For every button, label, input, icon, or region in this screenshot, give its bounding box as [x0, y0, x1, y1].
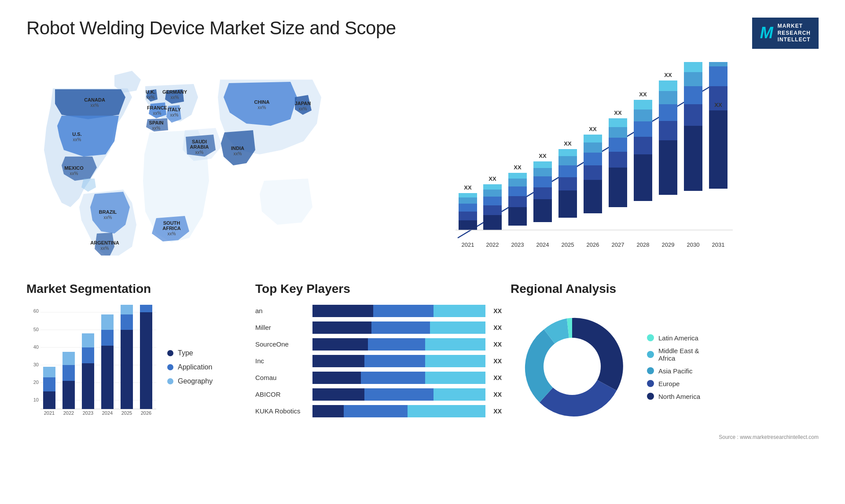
latin-america-color	[647, 334, 654, 341]
svg-rect-71	[609, 152, 627, 168]
svg-rect-82	[659, 140, 677, 195]
legend-application: Application	[167, 363, 213, 371]
svg-text:xx%: xx%	[153, 111, 162, 116]
north-america-label: North America	[658, 393, 700, 400]
player-row-abicor: ABICOR XX	[255, 388, 502, 401]
player-bar-kuka	[312, 405, 485, 417]
player-bar-miller	[312, 321, 485, 334]
bar-seg-dark	[312, 355, 364, 367]
svg-rect-96	[709, 66, 727, 86]
svg-rect-135	[101, 330, 114, 346]
svg-rect-61	[558, 156, 577, 165]
bar-seg-dark	[312, 405, 344, 417]
svg-text:XX: XX	[464, 184, 472, 191]
segmentation-bar-chart: 60 50 40 30 20 10	[26, 305, 158, 419]
regional-title: Regional Analysis	[511, 282, 819, 296]
svg-text:XX: XX	[664, 72, 672, 78]
svg-text:ITALY: ITALY	[168, 107, 181, 112]
player-xx-inc: XX	[493, 358, 502, 365]
player-xx-miller: XX	[493, 324, 502, 331]
key-players-area: Top Key Players an XX Miller	[255, 282, 502, 417]
logo-letter: M	[760, 24, 773, 42]
svg-rect-131	[82, 363, 94, 409]
bar-seg-mid	[371, 321, 430, 334]
svg-rect-133	[82, 333, 94, 347]
world-map-svg: CANADA xx% U.S. xx% MEXICO xx% BRAZIL xx…	[26, 62, 334, 264]
svg-text:2027: 2027	[612, 241, 625, 248]
svg-text:2028: 2028	[637, 241, 650, 248]
bar-seg-dark	[312, 338, 368, 351]
svg-text:2024: 2024	[102, 410, 113, 416]
svg-text:AFRICA: AFRICA	[162, 226, 181, 231]
player-name-comau: Comau	[255, 374, 308, 381]
svg-text:xx%: xx%	[258, 105, 266, 110]
svg-text:CANADA: CANADA	[84, 97, 105, 102]
bar-seg-light	[425, 355, 486, 367]
svg-text:INDIA: INDIA	[231, 146, 244, 151]
regional-legend: Latin America Middle East &Africa Asia P…	[647, 334, 700, 400]
svg-text:30: 30	[33, 362, 39, 367]
bar-seg-light	[430, 321, 485, 334]
bar-seg-dark	[312, 372, 361, 384]
source-text: Source : www.marketresearchintellect.com	[511, 434, 819, 440]
regional-area: Regional Analysis	[511, 282, 819, 440]
latin-america-label: Latin America	[658, 334, 698, 342]
svg-rect-78	[634, 121, 652, 137]
svg-rect-89	[684, 104, 702, 126]
svg-rect-73	[609, 127, 627, 138]
player-row-comau: Comau XX	[255, 372, 502, 384]
svg-text:xx%: xx%	[152, 126, 161, 131]
player-bar-an	[312, 305, 485, 317]
player-row-an: an XX	[255, 305, 502, 317]
svg-rect-47	[508, 196, 527, 207]
svg-text:MEXICO: MEXICO	[64, 165, 84, 171]
svg-text:xx%: xx%	[168, 231, 176, 236]
svg-rect-70	[609, 168, 627, 207]
svg-rect-46	[508, 207, 527, 226]
svg-text:U.K.: U.K.	[146, 89, 155, 95]
svg-rect-58	[558, 190, 577, 218]
svg-rect-65	[584, 165, 602, 180]
svg-rect-139	[121, 305, 133, 314]
bar-seg-mid	[368, 338, 425, 351]
svg-text:40: 40	[33, 344, 39, 350]
svg-rect-83	[659, 121, 677, 140]
segmentation-title: Market Segmentation	[26, 282, 246, 296]
svg-rect-62	[558, 149, 577, 156]
svg-rect-56	[533, 161, 552, 168]
svg-rect-86	[659, 80, 677, 91]
svg-rect-91	[684, 72, 702, 86]
svg-rect-90	[684, 86, 702, 104]
player-bar-sourceone	[312, 338, 485, 351]
svg-text:XX: XX	[514, 164, 522, 171]
svg-text:2025: 2025	[562, 241, 574, 248]
svg-rect-74	[609, 118, 627, 127]
svg-rect-76	[634, 154, 652, 201]
mea-label: Middle East &Africa	[658, 347, 699, 362]
svg-rect-49	[508, 179, 527, 186]
europe-label: Europe	[658, 380, 680, 387]
svg-rect-84	[659, 104, 677, 121]
svg-rect-43	[483, 190, 502, 197]
type-label: Type	[178, 349, 193, 357]
svg-rect-66	[584, 153, 602, 165]
svg-rect-38	[459, 193, 477, 197]
svg-text:xx%: xx%	[91, 103, 99, 108]
player-name-miller: Miller	[255, 324, 308, 331]
svg-rect-97	[709, 62, 727, 66]
player-bar-inc	[312, 355, 485, 367]
svg-text:XX: XX	[489, 175, 496, 182]
svg-rect-44	[483, 184, 502, 190]
map-container: CANADA xx% U.S. xx% MEXICO xx% BRAZIL xx…	[26, 62, 334, 264]
geography-dot	[167, 378, 173, 384]
legend-geography: Geography	[167, 377, 213, 385]
segmentation-area: Market Segmentation 60 50 40 30 20 10	[26, 282, 246, 421]
svg-rect-42	[483, 197, 502, 205]
page-title: Robot Welding Device Market Size and Sco…	[26, 18, 396, 39]
player-name-sourceone: SourceOne	[255, 340, 308, 348]
bar-seg-light	[434, 388, 485, 401]
svg-text:2025: 2025	[121, 410, 132, 416]
application-dot	[167, 364, 173, 370]
logo-text: MARKET RESEARCH INTELLECT	[778, 23, 811, 44]
seg-legend: Type Application Geography	[167, 305, 213, 421]
